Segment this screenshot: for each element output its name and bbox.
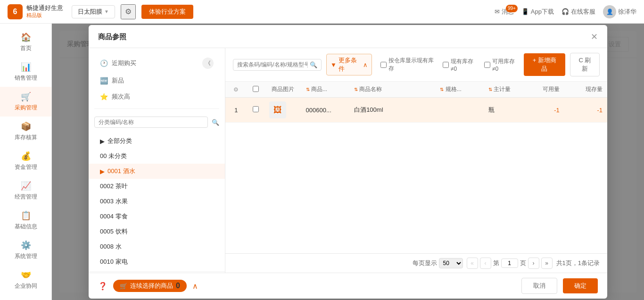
cart-area[interactable]: 🛒 连续选择的商品 0 bbox=[113, 280, 187, 292]
cat-label-all: 全部分类 bbox=[107, 137, 132, 145]
cat-item-0008[interactable]: 0008 水 bbox=[89, 239, 225, 254]
category-search-input[interactable] bbox=[94, 117, 208, 128]
refresh-button[interactable]: C 刷新 bbox=[570, 53, 600, 76]
sidebar-label-home: 首页 bbox=[20, 44, 32, 52]
row-spec-cell bbox=[435, 98, 484, 123]
cat-item-0010[interactable]: 0010 家电 bbox=[89, 254, 225, 269]
col-stock-header: 现存量 bbox=[564, 82, 607, 98]
modal-overlay: 商品参照 ✕ 🕐 近期购买 《 bbox=[52, 24, 644, 300]
nav-selector[interactable]: 日太阳膜 ▼ bbox=[72, 5, 115, 18]
nav-selector-label: 日太阳膜 bbox=[78, 8, 102, 16]
per-page-dropdown[interactable]: 50 20 100 bbox=[439, 258, 463, 268]
select-all-checkbox[interactable] bbox=[253, 86, 259, 92]
page-next-button[interactable]: › bbox=[528, 258, 539, 269]
sidebar-item-collab[interactable]: 🤝 企业协同 bbox=[0, 265, 51, 295]
modal-left-panel: 🕐 近期购买 《 🆕 新品 ⭐ 频次高 bbox=[89, 48, 225, 273]
sidebar-item-purchase[interactable]: 🛒 采购管理 bbox=[0, 87, 51, 117]
product-search-box[interactable]: 🔍 bbox=[233, 59, 322, 71]
tab-new-label: 新品 bbox=[112, 76, 124, 85]
cat-item-0002[interactable]: 0002 茶叶 bbox=[89, 179, 225, 194]
page-first-button[interactable]: « bbox=[467, 258, 478, 269]
page-prev-button[interactable]: ‹ bbox=[480, 258, 491, 269]
cat-item-all[interactable]: ▶ 全部分类 bbox=[89, 133, 225, 149]
collapse-button[interactable]: 《 bbox=[202, 58, 214, 69]
experience-button[interactable]: 体验行业方案 bbox=[141, 5, 193, 19]
checkbox-avail-text: 可用库存≠0 bbox=[492, 58, 519, 72]
product-thumbnail: 🖼 bbox=[269, 101, 286, 118]
sidebar-item-guide[interactable]: 🎯 新手引导 bbox=[0, 295, 51, 300]
col-settings[interactable]: ⚙ bbox=[225, 82, 247, 98]
confirm-button[interactable]: 确定 bbox=[563, 278, 598, 293]
sidebar-item-sales[interactable]: 📊 销售管理 bbox=[0, 57, 51, 87]
sidebar-item-operations[interactable]: 📈 经营管理 bbox=[0, 176, 51, 206]
total-info: 共1页，1条记录 bbox=[556, 259, 600, 267]
cat-item-0003[interactable]: 0003 水果 bbox=[89, 194, 225, 209]
operations-icon: 📈 bbox=[21, 181, 31, 191]
sidebar-item-system[interactable]: ⚙️ 系统管理 bbox=[0, 235, 51, 265]
col-spec-header[interactable]: ⇅ 规格... bbox=[435, 82, 484, 98]
close-icon[interactable]: ✕ bbox=[591, 32, 598, 42]
modal-body: 🕐 近期购买 《 🆕 新品 ⭐ 频次高 bbox=[89, 48, 607, 273]
col-code-header[interactable]: ⇅ 商品... bbox=[301, 82, 350, 98]
col-unit-header[interactable]: ⇅ 主计量 bbox=[484, 82, 521, 98]
cat-item-0004[interactable]: 0004 零食 bbox=[89, 209, 225, 224]
sidebar-item-finance[interactable]: 💰 资金管理 bbox=[0, 146, 51, 176]
home-icon: 🏠 bbox=[21, 32, 31, 42]
image-icon: 🖼 bbox=[273, 105, 282, 115]
headset-icon: 🎧 bbox=[561, 8, 569, 15]
messages-link[interactable]: ✉ 消息 99+ bbox=[495, 8, 514, 16]
cat-item-0001[interactable]: ▶ 0001 酒水 bbox=[89, 164, 225, 179]
cat-item-00[interactable]: 00 未分类 bbox=[89, 149, 225, 164]
row-avail-cell: -1 bbox=[521, 98, 564, 123]
sidebar-label-operations: 经营管理 bbox=[15, 193, 37, 201]
help-icon[interactable]: ❓ bbox=[98, 282, 107, 291]
app-download-link[interactable]: 📱 App下载 bbox=[521, 8, 554, 16]
cat-label-00: 00 未分类 bbox=[100, 152, 127, 160]
add-product-button[interactable]: + 新增商品 bbox=[524, 53, 565, 76]
sidebar-item-basic-info[interactable]: 📋 基础信息 bbox=[0, 206, 51, 235]
tab-recent-label: 近期购买 bbox=[112, 59, 136, 67]
tab-high-freq[interactable]: ⭐ 频次高 bbox=[94, 89, 219, 105]
per-page-label: 每页显示 bbox=[413, 259, 437, 267]
checkbox-stock-nonzero-label[interactable]: 现有库存≠0 bbox=[443, 58, 478, 72]
table-row[interactable]: 1 🖼 bbox=[225, 98, 607, 123]
row-checkbox[interactable] bbox=[253, 106, 259, 112]
page-input[interactable] bbox=[501, 258, 518, 268]
filter-checkboxes: 按仓库显示现有库存 现有库存≠0 可用库存≠0 bbox=[380, 57, 519, 73]
checkbox-avail-nonzero-label[interactable]: 可用库存≠0 bbox=[484, 58, 519, 72]
user-profile-link[interactable]: 👤 徐泽华 bbox=[603, 5, 636, 18]
cat-item-0005[interactable]: 0005 饮料 bbox=[89, 224, 225, 239]
settings-icon[interactable]: ⚙ bbox=[121, 4, 136, 19]
product-search-input[interactable] bbox=[237, 61, 308, 68]
chevron-up-icon: ∧ bbox=[363, 61, 368, 68]
cat-label-0008: 0008 水 bbox=[100, 242, 122, 251]
collapse-icon[interactable]: ∧ bbox=[192, 282, 198, 291]
col-image-header: 商品图片 bbox=[264, 82, 301, 98]
checkbox-stock-nonzero[interactable] bbox=[443, 62, 449, 68]
category-search: 🔍 bbox=[89, 113, 225, 132]
modal-title: 商品参照 bbox=[98, 33, 126, 42]
page-last-button[interactable]: » bbox=[541, 258, 553, 269]
row-checkbox-cell[interactable] bbox=[247, 98, 265, 123]
arrow-icon: ▶ bbox=[100, 138, 105, 145]
tab-new-products[interactable]: 🆕 新品 bbox=[94, 73, 219, 89]
online-service-link[interactable]: 🎧 在线客服 bbox=[561, 8, 595, 16]
modal-header: 商品参照 ✕ bbox=[89, 25, 607, 48]
tab-recent-purchase[interactable]: 🕐 近期购买 《 bbox=[94, 54, 219, 73]
page-size-select[interactable]: 每页显示 50 20 100 bbox=[413, 258, 463, 268]
filter-label: 更多条件 bbox=[339, 56, 361, 73]
search-submit-icon[interactable]: 🔍 bbox=[310, 61, 317, 68]
checkbox-warehouse[interactable] bbox=[380, 62, 387, 68]
filter-button[interactable]: ▼ 更多条件 ∧ bbox=[326, 54, 372, 75]
sidebar-item-home[interactable]: 🏠 首页 bbox=[0, 27, 51, 57]
sidebar-item-inventory[interactable]: 📦 库存核算 bbox=[0, 117, 51, 146]
search-icon[interactable]: 🔍 bbox=[212, 119, 219, 126]
checkbox-warehouse-label[interactable]: 按仓库显示现有库存 bbox=[380, 57, 436, 73]
cancel-button[interactable]: 取消 bbox=[521, 278, 557, 294]
messages-badge: 99+ bbox=[506, 5, 518, 12]
col-name-header[interactable]: ⇅ 商品名称 bbox=[349, 82, 435, 98]
product-reference-modal: 商品参照 ✕ 🕐 近期购买 《 bbox=[89, 25, 607, 299]
checkbox-avail-nonzero[interactable] bbox=[484, 62, 490, 68]
sort-unit-icon: ⇅ bbox=[488, 87, 492, 92]
finance-icon: 💰 bbox=[21, 151, 31, 161]
